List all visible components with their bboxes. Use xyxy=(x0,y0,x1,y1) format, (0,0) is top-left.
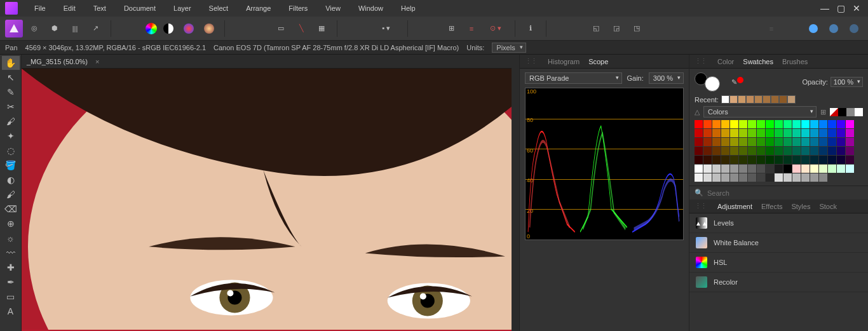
palette-swatch[interactable] xyxy=(828,120,836,128)
palette-swatch[interactable] xyxy=(792,173,801,182)
persona-tone-icon[interactable]: ||| xyxy=(66,20,84,37)
palette-swatch[interactable] xyxy=(846,120,854,128)
assistant-icon[interactable]: ℹ xyxy=(522,20,539,37)
hand-tool-icon[interactable]: ✋ xyxy=(2,56,20,70)
palette-swatch[interactable] xyxy=(730,156,738,164)
soft-circle-icon[interactable] xyxy=(200,20,218,37)
palette-dropdown[interactable]: Colors xyxy=(703,106,817,118)
palette-swatch[interactable] xyxy=(828,156,836,164)
palette-swatch[interactable] xyxy=(757,147,765,155)
palette-swatch[interactable] xyxy=(819,120,827,128)
palette-swatch[interactable] xyxy=(792,156,801,164)
pen-tool-icon[interactable]: ✒ xyxy=(2,275,20,289)
palette-swatch[interactable] xyxy=(695,120,703,128)
palette-swatch[interactable] xyxy=(783,138,792,146)
palette-swatch[interactable] xyxy=(766,138,774,146)
boolean-intersect-icon[interactable] xyxy=(845,20,863,37)
palette-swatch[interactable] xyxy=(739,129,747,137)
boolean-subtract-icon[interactable] xyxy=(825,20,843,37)
tab-histogram[interactable]: Histogram xyxy=(546,56,581,67)
recent-swatch[interactable] xyxy=(763,95,771,104)
palette-swatch[interactable] xyxy=(712,173,721,182)
selection-brush-tool-icon[interactable]: 🖌 xyxy=(2,114,20,128)
palette-swatch[interactable] xyxy=(721,156,729,164)
palette-swatch[interactable] xyxy=(703,147,712,155)
align-group-icon[interactable]: ≡ xyxy=(763,20,780,37)
adjustment-recolor[interactable]: Recolor xyxy=(689,273,868,292)
opacity-value-field[interactable]: 100 % xyxy=(831,77,863,87)
palette-swatch[interactable] xyxy=(703,129,712,137)
menu-edit[interactable]: Edit xyxy=(55,2,85,15)
palette-swatch[interactable] xyxy=(703,156,712,164)
dodge-tool-icon[interactable]: ☼ xyxy=(2,231,20,245)
canvas[interactable] xyxy=(22,69,512,331)
palette-swatch[interactable] xyxy=(712,156,721,164)
window-maximize-icon[interactable]: ▢ xyxy=(837,3,845,13)
palette-swatch[interactable] xyxy=(801,129,810,137)
palette-swatch[interactable] xyxy=(721,120,729,128)
palette-swatch[interactable] xyxy=(801,120,810,128)
palette-swatch[interactable] xyxy=(721,147,729,155)
selection-rect-icon[interactable]: ▭ xyxy=(272,20,290,37)
tab-color[interactable]: Color xyxy=(716,56,735,67)
palette-swatch[interactable] xyxy=(748,156,756,164)
persona-develop-icon[interactable]: ⬢ xyxy=(46,20,64,37)
palette-swatch[interactable] xyxy=(748,129,756,137)
gain-value-field[interactable]: 300 % xyxy=(649,72,684,84)
palette-swatch[interactable] xyxy=(828,147,836,155)
menu-view[interactable]: View xyxy=(316,2,349,15)
palette-swatch[interactable] xyxy=(703,173,712,182)
palette-swatch[interactable] xyxy=(828,138,836,146)
text-tool-icon[interactable]: A xyxy=(2,304,20,318)
palette-swatch[interactable] xyxy=(695,173,703,182)
tab-stock[interactable]: Stock xyxy=(818,201,838,212)
palette-swatch[interactable] xyxy=(703,138,712,146)
window-close-icon[interactable]: ✕ xyxy=(853,3,860,13)
palette-swatch[interactable] xyxy=(712,120,721,128)
palette-swatch[interactable] xyxy=(783,129,792,137)
palette-swatch[interactable] xyxy=(748,165,756,173)
erase-tool-icon[interactable]: ⌫ xyxy=(2,202,20,216)
palette-swatch[interactable] xyxy=(783,173,792,182)
crop-tool-icon[interactable]: ✂ xyxy=(2,100,20,114)
palette-swatch[interactable] xyxy=(819,138,827,146)
palette-swatch[interactable] xyxy=(766,156,774,164)
clone-tool-icon[interactable]: ⊕ xyxy=(2,217,20,231)
recent-swatch[interactable] xyxy=(738,95,746,104)
palette-swatch[interactable] xyxy=(792,129,801,137)
palette-swatch[interactable] xyxy=(792,147,801,155)
palette-swatch[interactable] xyxy=(846,147,854,155)
palette-swatch[interactable] xyxy=(703,120,712,128)
gradient-tool-icon[interactable]: ◐ xyxy=(2,173,20,187)
palette-swatch[interactable] xyxy=(828,165,836,173)
palette-swatch[interactable] xyxy=(766,129,774,137)
search-input[interactable] xyxy=(707,189,863,197)
move-front-icon[interactable]: ◳ xyxy=(628,20,646,37)
scope-mode-dropdown[interactable]: RGB Parade xyxy=(525,72,622,84)
smudge-tool-icon[interactable]: 〰 xyxy=(2,246,20,260)
palette-swatch[interactable] xyxy=(739,173,747,182)
adjustment-hsl[interactable]: HSL xyxy=(689,253,868,273)
magic-wand-tool-icon[interactable]: ✦ xyxy=(2,129,20,143)
boolean-add-icon[interactable] xyxy=(804,20,822,37)
menu-file[interactable]: File xyxy=(25,2,55,15)
palette-swatch[interactable] xyxy=(703,165,712,173)
palette-swatch[interactable] xyxy=(739,147,747,155)
palette-swatch[interactable] xyxy=(695,156,703,164)
palette-swatch[interactable] xyxy=(810,129,818,137)
palette-swatch[interactable] xyxy=(712,138,721,146)
palette-swatch[interactable] xyxy=(766,120,774,128)
palette-swatch[interactable] xyxy=(766,173,774,182)
quick-mask-dropdown[interactable]: ▪ ▾ xyxy=(372,20,401,37)
panel-grip-icon[interactable]: ⋮⋮ xyxy=(524,55,538,67)
tab-adjustment[interactable]: Adjustment xyxy=(716,201,754,212)
palette-swatch[interactable] xyxy=(810,147,818,155)
color-picker-tool-icon[interactable]: ✎ xyxy=(2,85,20,99)
foreground-background-swatch[interactable] xyxy=(695,72,720,91)
palette-swatch[interactable] xyxy=(801,173,810,182)
palette-swatch[interactable] xyxy=(837,120,845,128)
palette-swatch[interactable] xyxy=(837,138,845,146)
palette-swatch[interactable] xyxy=(775,138,783,146)
palette-swatch[interactable] xyxy=(819,147,827,155)
close-tab-icon[interactable]: × xyxy=(95,58,99,65)
